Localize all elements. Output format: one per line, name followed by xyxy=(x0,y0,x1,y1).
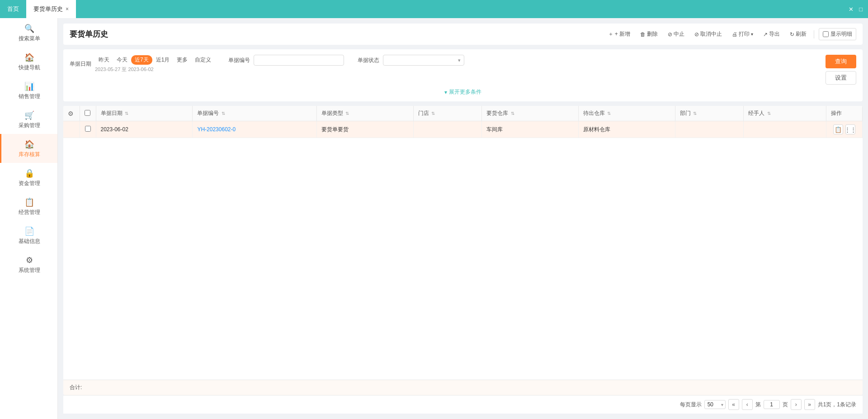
col-handler: 经手人 ⇅ xyxy=(744,106,826,121)
delete-button[interactable]: 🗑 删除 xyxy=(637,29,660,40)
sort-warehouse-icon[interactable]: ⇅ xyxy=(511,111,514,116)
table-footer: 合计: xyxy=(63,380,863,395)
cancel-stop-icon: ⊘ xyxy=(694,31,699,38)
page-num-input[interactable] xyxy=(764,400,780,409)
col-settings: ⚙ xyxy=(63,106,80,121)
page-size-select[interactable]: 50 10 20 100 xyxy=(704,400,726,409)
expand-more-btn[interactable]: ▾ 展开更多条件 xyxy=(70,88,856,96)
last-page-btn[interactable]: » xyxy=(804,399,815,410)
prev-page-btn[interactable]: ‹ xyxy=(742,399,753,410)
delete-icon: 🗑 xyxy=(640,31,646,38)
window-close-btn[interactable]: ✕ xyxy=(849,6,854,13)
cell-doc-no: YH-20230602-0 xyxy=(193,121,317,138)
next-page-btn[interactable]: › xyxy=(791,399,802,410)
query-button[interactable]: 查询 xyxy=(826,55,856,68)
display-detail-button[interactable]: 显示明细 xyxy=(819,28,856,40)
export-icon: ↗ xyxy=(763,31,768,38)
sidebar-item-sales[interactable]: 📊 销售管理 xyxy=(0,76,57,105)
pagination-bar: 每页显示 50 10 20 100 « ‹ 第 页 › » 共1页，1条记录 xyxy=(63,395,863,414)
stop-button[interactable]: ⊘ 中止 xyxy=(665,29,687,40)
cell-warehouse: 车间库 xyxy=(482,121,579,138)
table-scroll-area[interactable]: ⚙ 单据日期 ⇅ 单据编号 ⇅ xyxy=(63,106,863,380)
refresh-icon: ↻ xyxy=(790,31,794,38)
date-range-text: 2023-05-27 至 2023-06-02 xyxy=(95,66,215,73)
top-bar-right: ✕ □ xyxy=(849,6,868,13)
row-edit-btn[interactable]: 📋 xyxy=(833,124,843,134)
tab-requisition-history[interactable]: 要货单历史 × xyxy=(26,0,76,18)
doc-no-link[interactable]: YH-20230602-0 xyxy=(197,126,236,133)
sidebar-item-system[interactable]: ⚙ 系统管理 xyxy=(0,250,57,279)
print-dropdown-icon: ▾ xyxy=(751,32,753,37)
date-filter-7days[interactable]: 近7天 xyxy=(131,55,152,65)
add-button[interactable]: ＋ + 新增 xyxy=(605,29,633,40)
sidebar-item-finance[interactable]: 🔒 资金管理 xyxy=(0,163,57,192)
sidebar-item-basic-info[interactable]: 📄 基础信息 xyxy=(0,221,57,250)
purchase-icon: 🛒 xyxy=(24,111,34,119)
data-table: ⚙ 单据日期 ⇅ 单据编号 ⇅ xyxy=(63,106,863,138)
sales-icon: 📊 xyxy=(24,82,34,90)
sort-handler-icon[interactable]: ⇅ xyxy=(767,111,771,116)
sidebar: 🔍 搜索菜单 🏠 快捷导航 📊 销售管理 🛒 采购管理 🏠 库存核算 🔒 资金管… xyxy=(0,18,58,419)
add-icon: ＋ xyxy=(608,30,613,38)
col-dept: 部门 ⇅ xyxy=(675,106,743,121)
tab-home[interactable]: 首页 xyxy=(0,0,26,18)
sidebar-item-purchase[interactable]: 🛒 采购管理 xyxy=(0,105,57,134)
col-date: 单据日期 ⇅ xyxy=(96,106,193,121)
col-pending-warehouse: 待出仓库 ⇅ xyxy=(579,106,675,121)
status-field: 单据状态 xyxy=(358,55,464,66)
date-filter-yesterday[interactable]: 昨天 xyxy=(95,55,113,65)
page-label: 第 xyxy=(755,401,761,409)
sidebar-item-search[interactable]: 🔍 搜索菜单 xyxy=(0,18,57,47)
content-area: 要货单历史 ＋ + 新增 🗑 删除 ⊘ 中止 ⊘ 取消中止 xyxy=(58,18,868,419)
date-filter-1month[interactable]: 近1月 xyxy=(152,55,174,65)
window-maximize-btn[interactable]: □ xyxy=(859,6,863,13)
cancel-stop-button[interactable]: ⊘ 取消中止 xyxy=(692,29,725,40)
status-select-wrapper xyxy=(383,55,464,66)
row-checkbox[interactable] xyxy=(85,126,91,132)
finance-icon: 🔒 xyxy=(24,169,34,177)
col-settings-gear-icon[interactable]: ⚙ xyxy=(68,110,74,117)
cell-action: 📋 ⋮⋮ xyxy=(826,121,863,138)
select-all-checkbox[interactable] xyxy=(85,110,90,116)
page-size-wrapper: 50 10 20 100 xyxy=(704,400,726,409)
first-page-btn[interactable]: « xyxy=(728,399,739,410)
refresh-button[interactable]: ↻ 刷新 xyxy=(787,29,809,40)
operations-icon: 📋 xyxy=(24,198,34,206)
system-icon: ⚙ xyxy=(26,256,33,264)
sort-store-icon[interactable]: ⇅ xyxy=(431,111,435,116)
date-filter-today[interactable]: 今天 xyxy=(113,55,131,65)
page-title: 要货单历史 xyxy=(70,29,605,39)
date-filter-custom[interactable]: 自定义 xyxy=(191,55,215,65)
status-select[interactable] xyxy=(383,55,464,66)
settings-button[interactable]: 设置 xyxy=(826,71,856,85)
col-checkbox xyxy=(80,106,96,121)
search-icon: 🔍 xyxy=(24,24,34,33)
sidebar-item-inventory[interactable]: 🏠 库存核算 xyxy=(0,134,57,163)
cell-date: 2023-06-02 xyxy=(96,121,193,138)
sort-pending-icon[interactable]: ⇅ xyxy=(607,111,611,116)
sort-date-icon[interactable]: ⇅ xyxy=(125,111,128,116)
tab-close-icon[interactable]: × xyxy=(66,6,69,12)
total-info: 共1页，1条记录 xyxy=(818,401,856,409)
sort-doctype-icon[interactable]: ⇅ xyxy=(345,111,349,116)
basic-info-icon: 📄 xyxy=(24,227,34,235)
sidebar-item-operations[interactable]: 📋 经营管理 xyxy=(0,192,57,221)
print-icon: 🖨 xyxy=(732,31,737,38)
toolbar: ＋ + 新增 🗑 删除 ⊘ 中止 ⊘ 取消中止 🖨 打印 xyxy=(605,28,856,40)
row-more-btn[interactable]: ⋮⋮ xyxy=(845,124,855,134)
col-doc-no: 单据编号 ⇅ xyxy=(193,106,317,121)
sidebar-item-quick-nav[interactable]: 🏠 快捷导航 xyxy=(0,47,57,76)
date-filter-more[interactable]: 更多 xyxy=(173,55,191,65)
expand-more-icon: ▾ xyxy=(444,89,447,95)
display-detail-checkbox[interactable] xyxy=(823,31,829,37)
sort-dept-icon[interactable]: ⇅ xyxy=(693,111,697,116)
print-button[interactable]: 🖨 打印 ▾ xyxy=(729,29,756,40)
search-panel: 单据日期 昨天 今天 近7天 近1月 更多 自定义 2023-05-27 至 2… xyxy=(63,49,863,101)
col-action: 操作 xyxy=(826,106,863,121)
doc-no-input[interactable] xyxy=(254,55,344,66)
date-filters: 昨天 今天 近7天 近1月 更多 自定义 xyxy=(95,55,215,65)
sort-docno-icon[interactable]: ⇅ xyxy=(222,111,225,116)
col-warehouse: 要货仓库 ⇅ xyxy=(482,106,579,121)
top-tabs: 首页 要货单历史 × xyxy=(0,0,849,18)
export-button[interactable]: ↗ 导出 xyxy=(760,29,783,40)
